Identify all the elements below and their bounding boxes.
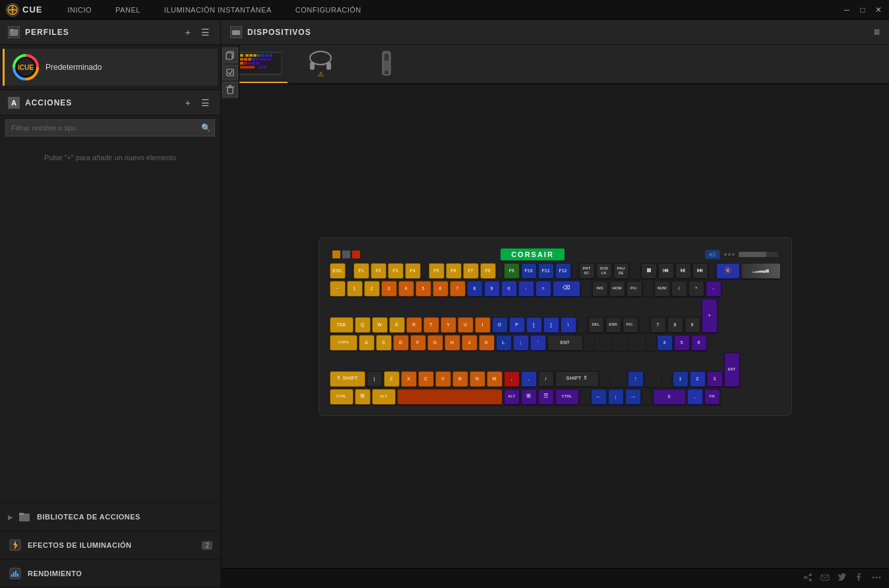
minimize-button[interactable]: ─	[842, 5, 852, 15]
key-o[interactable]: O	[492, 317, 508, 333]
key-num-div[interactable]: /	[671, 281, 687, 297]
key-num1[interactable]: 1	[673, 371, 689, 387]
key-n[interactable]: N	[470, 371, 485, 387]
key-h[interactable]: H	[444, 335, 460, 351]
profile-item[interactable]: iCUE Predeterminado	[3, 49, 218, 86]
key-backslash[interactable]: \	[561, 317, 576, 333]
key-3[interactable]: 3	[381, 281, 397, 297]
key-period[interactable]: .	[521, 371, 537, 387]
key-del[interactable]: DEL	[588, 317, 604, 333]
share-icon[interactable]	[803, 573, 812, 584]
key-numlock[interactable]: NUM	[654, 281, 670, 297]
bottom-item-performance[interactable]: RENDIMIENTO	[0, 560, 220, 588]
key-lalt[interactable]: ALT	[372, 389, 396, 405]
key-f5[interactable]: F5	[429, 263, 444, 279]
key-w[interactable]: W	[372, 317, 388, 333]
more-icon[interactable]	[872, 573, 881, 584]
headset-device-thumb[interactable]: ⚠	[288, 45, 353, 83]
nav-configuracion[interactable]: CONFIGURACIÓN	[284, 0, 373, 20]
key-pause[interactable]: PAUSE	[613, 263, 629, 279]
key-pgup[interactable]: PG↑	[627, 281, 642, 297]
bottom-item-effects[interactable]: EFECTOS DE ILUMINACIÓN 2	[0, 531, 220, 560]
key-volume[interactable]: ▁▂▃▄▅	[741, 263, 781, 279]
devices-menu-button[interactable]: ≡	[874, 26, 880, 38]
key-f8[interactable]: F8	[480, 263, 496, 279]
key-pipe[interactable]: |	[367, 371, 383, 387]
paste-action-button[interactable]	[222, 65, 238, 80]
key-enter[interactable]: ENT	[547, 335, 583, 351]
key-x[interactable]: X	[401, 371, 417, 387]
key-f[interactable]: F	[410, 335, 426, 351]
key-media-play[interactable]: ⏯	[675, 263, 691, 279]
key-y[interactable]: Y	[441, 317, 456, 333]
key-f9[interactable]: F9	[504, 263, 520, 279]
profiles-menu-button[interactable]: ☰	[199, 26, 212, 39]
key-lctrl[interactable]: CTRL	[330, 389, 353, 405]
key-media-next[interactable]: ⏭	[692, 263, 708, 279]
key-lwin[interactable]: ⊞	[355, 389, 371, 405]
bottom-item-library[interactable]: ▶ BIBLIOTECA DE ACCIONES	[0, 503, 220, 531]
key-m[interactable]: M	[487, 371, 503, 387]
key-quote[interactable]: '	[530, 335, 546, 351]
key-num-minus[interactable]: -	[706, 281, 721, 297]
key-f12[interactable]: F12	[555, 263, 571, 279]
actions-menu-button[interactable]: ☰	[199, 96, 212, 109]
key-tilde[interactable]: ~	[330, 281, 346, 297]
key-num-enter[interactable]: ENT	[724, 353, 740, 387]
key-arrow-down[interactable]: ↓	[608, 389, 624, 405]
key-num9[interactable]: 9	[685, 317, 700, 333]
facebook-icon[interactable]	[855, 573, 864, 584]
key-num6[interactable]: 6	[691, 335, 707, 351]
key-7[interactable]: 7	[450, 281, 466, 297]
key-mute[interactable]: 🔇	[716, 263, 740, 279]
key-rshift[interactable]: SHIFT ⇑	[555, 371, 599, 387]
key-s[interactable]: S	[376, 335, 392, 351]
key-a[interactable]: A	[359, 335, 375, 351]
copy-action-button[interactable]	[222, 47, 238, 63]
key-scrlk[interactable]: SCRLK	[596, 263, 612, 279]
key-comma[interactable]: ,	[504, 371, 520, 387]
key-l[interactable]: L	[496, 335, 512, 351]
key-g[interactable]: G	[427, 335, 443, 351]
nav-panel[interactable]: PANEL	[104, 0, 152, 20]
key-pgdn[interactable]: PG↓	[623, 317, 638, 333]
key-f7[interactable]: F7	[463, 263, 479, 279]
key-num7[interactable]: 7	[650, 317, 666, 333]
key-arrow-up[interactable]: ↑	[628, 371, 644, 387]
maximize-button[interactable]: □	[857, 5, 868, 15]
key-q[interactable]: Q	[355, 317, 371, 333]
key-u[interactable]: U	[458, 317, 474, 333]
key-num8[interactable]: 8	[667, 317, 683, 333]
key-menu[interactable]: ☰	[538, 389, 554, 405]
key-num-extra[interactable]: FN	[704, 389, 720, 405]
key-media-stop[interactable]: ⏹	[641, 263, 657, 279]
key-raltgr[interactable]: ALT	[504, 389, 520, 405]
key-num4[interactable]: 4	[657, 335, 673, 351]
key-f3[interactable]: F3	[388, 263, 404, 279]
key-slash[interactable]: /	[538, 371, 554, 387]
third-device-thumb[interactable]	[353, 45, 419, 83]
envelope-icon[interactable]	[820, 573, 830, 584]
key-rbracket[interactable]: ]	[543, 317, 559, 333]
key-v[interactable]: V	[435, 371, 451, 387]
key-5[interactable]: 5	[415, 281, 431, 297]
key-c[interactable]: C	[418, 371, 434, 387]
actions-add-button[interactable]: +	[183, 96, 193, 109]
key-0[interactable]: 0	[501, 281, 517, 297]
key-1[interactable]: 1	[347, 281, 363, 297]
key-lbracket[interactable]: [	[526, 317, 542, 333]
key-d[interactable]: D	[393, 335, 409, 351]
key-t[interactable]: T	[423, 317, 439, 333]
key-ins[interactable]: INS	[592, 281, 608, 297]
nav-inicio[interactable]: INICIO	[55, 0, 104, 20]
key-f4[interactable]: F4	[405, 263, 421, 279]
key-tab[interactable]: TAB	[330, 317, 353, 333]
search-input[interactable]	[5, 119, 215, 136]
key-num5[interactable]: 5	[674, 335, 690, 351]
key-f6[interactable]: F6	[446, 263, 462, 279]
key-num0[interactable]: 0	[653, 389, 686, 405]
key-media-prev[interactable]: ⏮	[658, 263, 674, 279]
key-rwin[interactable]: ⊞	[521, 389, 537, 405]
nav-iluminacion[interactable]: ILUMINACIÓN INSTANTÁNEA	[152, 0, 284, 20]
key-rctrl[interactable]: CTRL	[555, 389, 579, 405]
